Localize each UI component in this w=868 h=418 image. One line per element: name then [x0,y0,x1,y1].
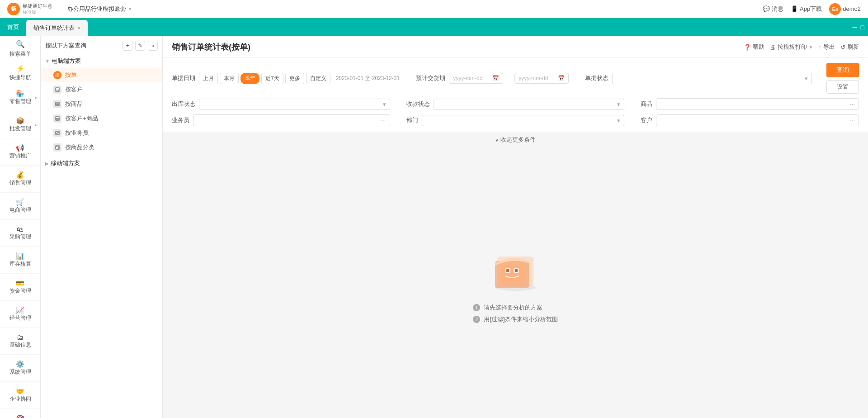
print-btn[interactable]: 🖨 按模板打印 ▼ [770,43,813,51]
payment-select[interactable]: ▾ [434,99,625,110]
print-arrow-icon: ▼ [809,45,813,50]
setting-btn[interactable]: 设置 [826,80,859,94]
date-btn-more[interactable]: 更多 [285,73,304,84]
tab-home[interactable]: 首页 [0,18,26,36]
tab-close-icon[interactable]: × [77,25,80,31]
inventory-label: 库存核算 [9,260,31,268]
salesperson-select[interactable]: ··· [193,114,390,126]
goods-label: 商品 [641,100,652,108]
scheme-edit-btn[interactable]: ✎ [135,41,145,51]
basics-icon: 🗂 [17,333,24,341]
sidebar-item-basics[interactable]: 🗂 基础信息 [0,328,40,355]
tab-minimize-btn[interactable]: ─ [853,24,857,31]
print-label: 按模板打印 [778,43,807,51]
scheme-item-label: 按单 [65,71,77,79]
scheme-group-arrow-icon: ▼ [45,59,50,64]
date-from-input[interactable]: yyyy-mm-dd 📅 [449,73,503,84]
scheme-group-name: 电脑端方案 [52,57,81,65]
finance-label: 资金管理 [9,287,31,295]
sidebar-item-ecommerce[interactable]: 🛒 电商管理 [0,193,40,220]
filter-row-3: 业务员 ··· 部门 ▾ 客户 [172,114,859,126]
scheme-item-by-goods[interactable]: 按商品 [41,97,162,111]
logo-name: 畅捷通好生意 [23,3,52,9]
help-btn[interactable]: ❓ 帮助 [744,43,764,51]
purchase-label: 采购管理 [9,233,31,241]
sidebar-item-system[interactable]: ⚙️ 系统管理 [0,355,40,382]
scheme-group-mobile-header[interactable]: ▶ 移动端方案 [41,157,162,170]
scheme-item-label: 按业务员 [65,129,89,137]
date-btn-this-year[interactable]: 本年 [241,73,259,84]
scheme-item-by-customer-goods[interactable]: 按客户+商品 [41,111,162,126]
operation-icon: 📈 [16,306,24,314]
outbound-select[interactable]: ▾ [199,99,390,110]
scheme-group-desktop-header[interactable]: ▼ 电脑端方案 [41,54,162,68]
scheme-item-icon [53,114,61,123]
collapse-row: ∧ 收起更多条件 [163,132,868,147]
sidebar-item-operation[interactable]: 📈 经营管理 [0,301,40,328]
date-btn-last-month[interactable]: 上月 [199,73,218,84]
empty-hints: 1 请先选择要分析的方案 2 用[过滤]条件来缩小分析范围 [473,304,557,327]
department-select[interactable]: ▾ [422,115,625,126]
scheme-item-by-order[interactable]: 按 按单 [41,68,162,82]
page-title: 销售订单统计表(按单) [172,42,250,52]
status-select[interactable]: ▾ [612,73,812,84]
logo-text: 畅捷通好生意 标准版 [23,3,52,15]
scheme-add-btn[interactable]: + [123,41,132,51]
sidebar-item-finance[interactable]: 💳 资金管理 [0,274,40,301]
tabbar-actions: ─ □ [853,18,868,36]
svg-rect-6 [56,104,59,104]
salesperson-label: 业务员 [172,116,189,124]
top-title[interactable]: 办公用品行业模拟账套 ▼ [67,5,132,13]
goods-select[interactable]: ··· [656,98,859,110]
sidebar-item-quicknav[interactable]: ⚡ 快捷导航 [0,62,40,84]
goods-more-icon[interactable]: ··· [849,100,855,108]
logo-subtitle: 标准版 [23,9,52,15]
expected-date-label: 预计交货期 [416,74,445,82]
user-profile[interactable]: Ea demo2 [829,3,861,15]
customer-more-icon[interactable]: ··· [849,117,855,124]
filter-goods: 商品 ··· [641,98,859,110]
sidebar-item-search[interactable]: 🔍 帮助 搜索菜单 [0,36,40,62]
date-btn-7days[interactable]: 近7天 [261,73,283,84]
export-icon: ↑ [819,44,822,51]
refresh-btn[interactable]: ↺ 刷新 [840,43,859,51]
export-btn[interactable]: ↑ 导出 [819,43,835,51]
message-btn[interactable]: 💬 消息 [763,5,783,13]
sidebar-item-marketing[interactable]: 📢 营销推广 [0,138,40,166]
scheme-group-desktop: ▼ 电脑端方案 按 按单 按客户 [41,54,162,155]
sidebar-item-inventory[interactable]: 📊 库存核算 [0,247,40,274]
scheme-item-by-category[interactable]: 按商品分类 [41,140,162,155]
date-to-placeholder: yyyy-mm-dd [519,75,548,81]
query-btn[interactable]: 查询 [826,63,859,77]
customer-select[interactable]: ··· [656,114,859,126]
app-download-btn[interactable]: 📱 App下载 [791,5,822,13]
scheme-item-by-salesperson[interactable]: 按业务员 [41,126,162,140]
collapse-btn[interactable]: ∧ 收起更多条件 [495,136,536,144]
sales-icon: 💰 [16,171,24,179]
sidebar-item-retail[interactable]: 🏪 零售管理 [0,84,40,111]
date-btn-custom[interactable]: 自定义 [306,73,330,84]
main-panel: 销售订单统计表(按单) ❓ 帮助 🖨 按模板打印 ▼ ↑ [163,36,868,418]
scheme-item-label: 按商品 [65,100,83,108]
sidebar-item-wholesale[interactable]: 📦 批发管理 [0,111,40,138]
payment-dropdown-icon: ▾ [617,101,620,108]
date-input-group: yyyy-mm-dd 📅 — yyyy-mm-dd 📅 [449,73,569,84]
filter-outbound: 出库状态 ▾ [172,99,390,110]
scheme-item-by-customer[interactable]: 按客户 [41,82,162,97]
tab-sales-order[interactable]: 销售订单统计表 × [26,20,88,36]
collapse-btn-label: 收起更多条件 [500,136,536,144]
tab-maximize-btn[interactable]: □ [861,24,864,31]
salesperson-more-icon[interactable]: ··· [381,117,386,124]
sidebar-item-cooperation[interactable]: 🤝 企业协同 [0,382,40,409]
date-btn-this-month[interactable]: 本月 [220,73,239,84]
sidebar-item-sales[interactable]: 💰 销售管理 [0,166,40,193]
date-to-input[interactable]: yyyy-mm-dd 📅 [514,73,569,84]
sidebar-item-newbie[interactable]: 🎯 新手引导 [0,409,40,418]
scheme-collapse-btn[interactable]: « [148,41,158,51]
svg-rect-17 [501,265,524,283]
main-layout: 🔍 帮助 搜索菜单 ⚡ 快捷导航 🏪 零售管理 📦 批发管理 📢 营销推广 💰 [0,36,868,418]
date-separator: — [506,75,512,82]
sidebar-item-purchase[interactable]: 🛍 采购管理 [0,220,40,247]
department-dropdown-icon: ▾ [617,117,620,124]
empty-illustration [484,238,547,293]
